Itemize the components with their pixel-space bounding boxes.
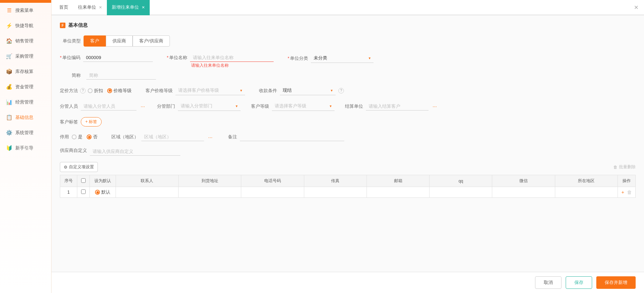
customer-price-grade-select[interactable]: 请选择客户价格等级 ▾ — [175, 86, 245, 95]
batch-delete-button[interactable]: 🗑 批量删除 — [613, 164, 636, 170]
sidebar-item-system[interactable]: ⚙️ 系统管理 — [0, 125, 51, 140]
cell-default: 默认 — [90, 187, 116, 198]
tab-contacts-close[interactable]: ✕ — [99, 5, 102, 10]
sales-icon: 🏠 — [6, 38, 13, 44]
sidebar-item-basic-info[interactable]: 📋 基础信息 — [0, 110, 51, 125]
tab-home[interactable]: 首页 — [54, 0, 73, 15]
inventory-icon: 📦 — [6, 68, 13, 75]
form-row-codes: *单位编码 *单位名称 请输入往来单位名称 *单位分类 未分类 — [60, 54, 636, 68]
settings-gear-icon: ⚙ — [64, 165, 68, 170]
remark-input[interactable] — [240, 133, 344, 141]
sidebar-item-search[interactable]: ☰ 搜索菜单 — [0, 3, 51, 18]
contact-input[interactable] — [119, 190, 175, 195]
cell-fax — [304, 187, 367, 198]
settlement-unit-input[interactable] — [366, 102, 429, 111]
add-row-button[interactable]: + — [621, 189, 624, 195]
default-radio — [95, 190, 100, 195]
col-fax: 传真 — [304, 175, 367, 187]
field-unit-category: *单位分类 未分类 ▾ — [288, 54, 374, 63]
sidebar-item-guide[interactable]: 🔰 新手引导 — [0, 140, 51, 156]
default-radio-option[interactable]: 默认 — [93, 189, 112, 195]
col-default: 设为默认 — [90, 175, 116, 187]
phone-input[interactable] — [244, 190, 301, 195]
supplier-custom-input[interactable] — [90, 147, 180, 156]
unit-type-supplier[interactable]: 供应商 — [106, 35, 133, 47]
short-name-label: 简称 — [60, 72, 81, 79]
tab-new-contact[interactable]: 新增往来单位 ✕ — [107, 0, 150, 15]
sidebar-top-bar — [0, 0, 51, 3]
disable-no-option[interactable]: 否 — [87, 134, 97, 140]
unit-type-both[interactable]: 客户/供应商 — [133, 35, 170, 47]
sidebar-item-sales[interactable]: 🏠 销售管理 — [0, 33, 51, 49]
save-and-new-button[interactable]: 保存并新增 — [596, 276, 636, 289]
sidebar-item-purchase[interactable]: 🛒 采购管理 — [0, 49, 51, 64]
save-button[interactable]: 保存 — [566, 276, 592, 289]
select-all-checkbox[interactable] — [81, 178, 86, 183]
cell-checkbox — [77, 187, 90, 198]
sidebar-item-quick-nav[interactable]: ⚡ 快捷导航 — [0, 18, 51, 33]
manager-input[interactable] — [81, 102, 136, 111]
sidebar-item-finance[interactable]: 💰 资金管理 — [0, 79, 51, 95]
department-chevron: ▾ — [236, 104, 238, 108]
unit-name-input[interactable] — [190, 54, 274, 62]
field-department: 分管部门 请输入分管部门 ▾ — [157, 101, 241, 111]
tab-contacts-label: 往来单位 — [78, 4, 96, 10]
department-select[interactable]: 请输入分管部门 ▾ — [178, 101, 241, 111]
email-input[interactable] — [370, 190, 426, 195]
region-more-btn[interactable]: ··· — [207, 134, 214, 140]
sidebar-item-inventory[interactable]: 📦 库存核算 — [0, 64, 51, 79]
tab-contacts[interactable]: 往来单位 ✕ — [73, 0, 107, 15]
field-manager: 分管人员 ··· — [60, 102, 147, 111]
short-name-input[interactable] — [86, 71, 156, 80]
custom-settings-button[interactable]: ⚙ 自定义项设置 — [60, 162, 98, 172]
col-seq: 序号 — [60, 175, 77, 187]
customer-price-grade-label: 客户价格等级 — [146, 88, 173, 94]
section-icon: F — [60, 23, 65, 28]
disable-label: 停用 — [60, 134, 69, 140]
fax-input[interactable] — [307, 190, 364, 195]
pricing-radio-group: 折扣 价格等级 — [88, 88, 132, 94]
wechat-input[interactable] — [495, 190, 552, 195]
row-checkbox[interactable] — [81, 189, 86, 194]
unit-code-label: *单位编码 — [60, 55, 80, 61]
tab-bar-close-all[interactable]: ✕ — [631, 4, 641, 11]
unit-type-customer[interactable]: 客户 — [84, 35, 106, 47]
manager-more-btn[interactable]: ··· — [139, 103, 147, 109]
col-region: 所在地区 — [555, 175, 618, 187]
disable-yes-option[interactable]: 是 — [72, 134, 83, 140]
col-qq: qq — [430, 175, 492, 187]
col-email: 邮箱 — [367, 175, 429, 187]
customer-grade-select[interactable]: 请选择客户等级 ▾ — [272, 101, 335, 111]
sidebar-item-operations[interactable]: 📊 经营管理 — [0, 95, 51, 110]
row-region-input[interactable] — [558, 190, 615, 195]
cell-seq: 1 — [60, 187, 77, 198]
add-tag-button[interactable]: + 标签 — [81, 117, 102, 127]
address-input[interactable] — [181, 190, 238, 195]
pricing-grade-radio — [107, 88, 112, 93]
pricing-method-help[interactable]: ? — [80, 88, 86, 93]
payment-terms-help[interactable]: ? — [338, 88, 344, 93]
unit-code-input[interactable] — [83, 54, 153, 62]
delete-row-button[interactable]: 🗑 — [627, 189, 632, 195]
customer-grade-chevron: ▾ — [330, 104, 332, 108]
remark-label: 备注 — [228, 134, 237, 140]
cell-email — [367, 187, 429, 198]
cancel-button[interactable]: 取消 — [535, 276, 561, 289]
region-input[interactable] — [141, 133, 204, 141]
payment-terms-select[interactable]: 现结 ▾ — [280, 86, 336, 95]
unit-name-error: 请输入往来单位名称 — [191, 63, 274, 68]
unit-category-select[interactable]: 未分类 ▾ — [311, 54, 374, 63]
col-phone: 电话号码 — [241, 175, 304, 187]
pricing-discount-option[interactable]: 折扣 — [88, 88, 103, 94]
cell-contact — [116, 187, 178, 198]
tab-new-contact-close[interactable]: ✕ — [142, 5, 145, 10]
table-toolbar: ⚙ 自定义项设置 🗑 批量删除 — [60, 162, 636, 172]
settlement-unit-more-btn[interactable]: ··· — [431, 103, 439, 109]
col-wechat: 微信 — [492, 175, 555, 187]
col-actions: 操作 — [618, 175, 636, 187]
qq-input[interactable] — [432, 190, 489, 195]
pricing-grade-option[interactable]: 价格等级 — [107, 88, 132, 94]
sidebar-item-label: 采购管理 — [15, 53, 33, 59]
field-region: 区域（地区） ··· — [111, 133, 214, 141]
field-short-name: 简称 — [60, 71, 156, 80]
